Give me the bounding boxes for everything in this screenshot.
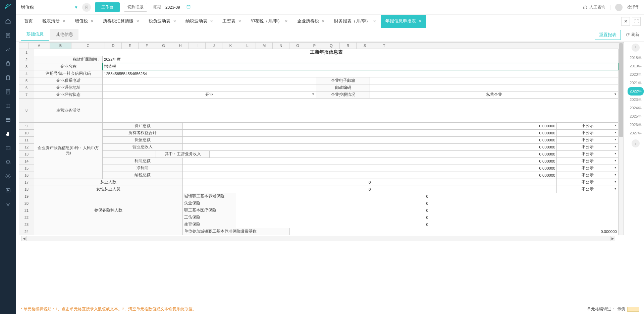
row-11[interactable]: 11 <box>19 136 34 143</box>
col-R[interactable]: R <box>340 43 357 49</box>
publish-select[interactable]: 不公示 <box>557 122 619 129</box>
row-19[interactable]: 19 <box>19 193 34 200</box>
publish-select[interactable]: 不公示 <box>557 165 619 172</box>
row-23[interactable]: 23 <box>19 221 34 228</box>
publish-select[interactable]: 不公示 <box>557 129 619 136</box>
scroll-right-arrow[interactable]: ▶ <box>610 236 615 241</box>
year-down-arrow[interactable] <box>632 139 640 147</box>
row-22[interactable]: 22 <box>19 214 34 221</box>
year-up-arrow[interactable] <box>632 44 640 52</box>
scroll-left-arrow[interactable]: ◀ <box>22 236 26 241</box>
col-E[interactable]: E <box>122 43 139 49</box>
year-2025年[interactable]: 2025年 <box>628 112 643 121</box>
row-13[interactable]: 13 <box>19 150 34 158</box>
note-badge-icon[interactable] <box>82 3 91 12</box>
tab-纳税波动表[interactable]: 纳税波动表✕ <box>181 15 218 28</box>
clipboard-icon[interactable] <box>4 74 12 82</box>
scrollbar-thumb[interactable] <box>619 43 623 137</box>
row-4[interactable]: 4 <box>19 70 34 77</box>
tab-税表清册[interactable]: 税表清册✕ <box>38 15 70 28</box>
gear-icon[interactable] <box>4 172 12 180</box>
tab-close-icon[interactable]: ✕ <box>136 19 139 23</box>
tab-工资表[interactable]: 工资表✕ <box>218 15 246 28</box>
transfer-icon[interactable] <box>4 144 12 152</box>
year-2023年[interactable]: 2023年 <box>628 96 643 104</box>
close-all-tabs-button[interactable]: ✕ <box>621 17 630 26</box>
col-M[interactable]: M <box>256 43 273 49</box>
col-T[interactable]: T <box>373 43 395 49</box>
row-10[interactable]: 10 <box>19 129 34 136</box>
col-H[interactable]: H <box>172 43 189 49</box>
row-14[interactable]: 14 <box>19 158 34 165</box>
col-C[interactable]: C <box>71 43 105 49</box>
tab-close-icon[interactable]: ✕ <box>322 19 325 23</box>
row-8[interactable]: 8 <box>19 98 34 122</box>
tab-close-icon[interactable]: ✕ <box>285 19 288 23</box>
col-B[interactable]: B <box>50 43 71 49</box>
tab-close-icon[interactable]: ✕ <box>91 19 94 23</box>
chart-icon[interactable] <box>4 46 12 54</box>
col-P[interactable]: P <box>306 43 323 49</box>
publish-select[interactable]: 不公示 <box>557 158 619 165</box>
tax-icon[interactable] <box>4 102 12 110</box>
row-1[interactable]: 1 <box>19 49 34 56</box>
row-5[interactable]: 5 <box>19 77 34 84</box>
publish-select[interactable]: 不公示 <box>557 172 619 179</box>
row-3[interactable]: 3 <box>19 63 34 70</box>
subtab-basic[interactable]: 基础信息 <box>21 29 49 41</box>
avatar[interactable] <box>615 4 623 11</box>
row-2[interactable]: 2 <box>19 56 34 63</box>
row-12[interactable]: 12 <box>19 143 34 150</box>
row-24[interactable]: 24 <box>19 228 34 235</box>
tab-close-icon[interactable]: ✕ <box>419 19 422 23</box>
col-Q[interactable]: Q <box>323 43 340 49</box>
publish-select[interactable]: 不公示 <box>557 136 619 143</box>
hand-icon[interactable] <box>4 130 12 138</box>
col-O[interactable]: O <box>289 43 306 49</box>
row-16[interactable]: 16 <box>19 172 34 179</box>
bag-icon[interactable] <box>4 60 12 68</box>
year-2021年[interactable]: 2021年 <box>628 79 643 87</box>
row-7[interactable]: 7 <box>19 91 34 98</box>
cell-company-name[interactable]: 增值税 <box>103 63 619 70</box>
consult-link[interactable]: 人工咨询 <box>583 4 605 10</box>
fullscreen-button[interactable]: ⛶ <box>632 17 641 26</box>
tab-close-icon[interactable]: ✕ <box>238 19 241 23</box>
col-G[interactable]: G <box>155 43 172 49</box>
tab-close-icon[interactable]: ✕ <box>62 19 65 23</box>
col-N[interactable]: N <box>273 43 289 49</box>
tab-印花税（月/季）[interactable]: 印花税（月/季）✕ <box>246 15 292 28</box>
v-icon[interactable] <box>4 200 12 208</box>
col-J[interactable]: J <box>206 43 222 49</box>
col-S[interactable]: S <box>357 43 373 49</box>
subtab-other[interactable]: 其他信息 <box>50 29 78 40</box>
tab-所得税汇算清缴[interactable]: 所得税汇算清缴✕ <box>98 15 144 28</box>
publish-select[interactable]: 不公示 <box>557 143 619 150</box>
year-2027年[interactable]: 2027年 <box>628 129 643 137</box>
tab-close-icon[interactable]: ✕ <box>210 19 213 23</box>
year-2022年[interactable]: 2022年 <box>628 87 643 96</box>
row-9[interactable]: 9 <box>19 122 34 129</box>
row-17[interactable]: 17 <box>19 179 34 186</box>
tab-企业所得税[interactable]: 企业所得税✕ <box>292 15 329 28</box>
tab-税负波动表[interactable]: 税负波动表✕ <box>144 15 181 28</box>
publish-select[interactable]: 不公示 <box>557 150 619 158</box>
tab-首页[interactable]: 首页 <box>19 15 38 28</box>
year-2024年[interactable]: 2024年 <box>628 104 643 112</box>
company-selector[interactable]: 增值税 ▼ <box>21 4 78 10</box>
play-icon[interactable] <box>4 186 12 194</box>
row-21[interactable]: 21 <box>19 207 34 214</box>
year-2020年[interactable]: 2020年 <box>628 70 643 79</box>
spreadsheet-grid[interactable]: 1工商年报信息表2税款所属期间：2022年度3企业名称增值税4注册号/统一社会信… <box>19 49 619 235</box>
holding-select[interactable]: 私营企业 <box>370 91 618 98</box>
tab-年报信息申报表[interactable]: 年报信息申报表✕ <box>381 15 426 28</box>
tab-close-icon[interactable]: ✕ <box>173 19 176 23</box>
calc-icon[interactable] <box>4 88 12 96</box>
reset-report-button[interactable]: 重置报表 <box>595 30 621 40</box>
switch-old-button[interactable]: 切到旧版 <box>124 3 147 12</box>
inbox-icon[interactable] <box>4 158 12 166</box>
tab-财务报表（月/季）[interactable]: 财务报表（月/季）✕ <box>329 15 380 28</box>
status-select[interactable]: 开业 <box>103 91 316 98</box>
home-icon[interactable] <box>4 17 12 25</box>
archive-icon[interactable] <box>4 116 12 124</box>
